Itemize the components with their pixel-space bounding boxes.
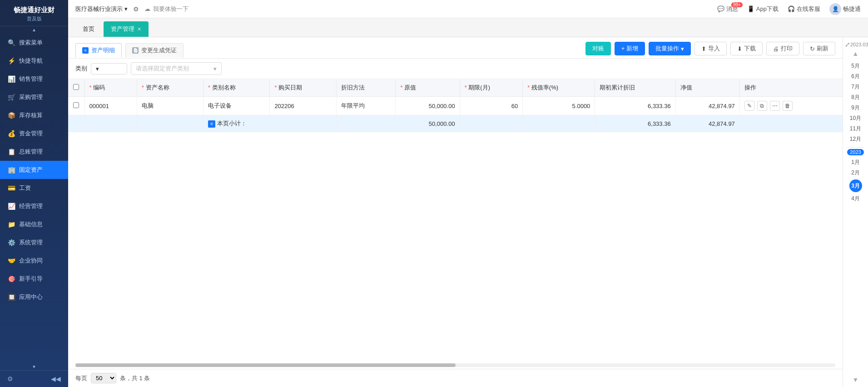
panel-month-item[interactable]: 3月 xyxy=(843,178,868,194)
sidebar-item-系统管理[interactable]: ⚙️ 系统管理 xyxy=(0,233,68,252)
sidebar-item-基础信息[interactable]: 📁 基础信息 xyxy=(0,215,68,233)
panel-month-item[interactable]: 7月 xyxy=(843,82,868,92)
sidebar-icon-14: 🔲 xyxy=(7,293,15,301)
refresh-button[interactable]: ↻ 刷新 xyxy=(803,42,835,55)
sidebar-bottom: ⚙ ◀◀ xyxy=(0,370,68,387)
expand-icon[interactable]: ⤢ xyxy=(845,41,850,48)
row-checkbox-0[interactable] xyxy=(73,102,79,108)
reconcile-button[interactable]: 对账 xyxy=(585,42,611,55)
panel-month-item[interactable]: 1月 xyxy=(843,157,868,168)
copy-btn[interactable]: ⧉ xyxy=(757,101,767,111)
panel-month-item[interactable]: 9月 xyxy=(843,103,868,113)
delete-btn[interactable]: 🗑 xyxy=(783,101,793,111)
company-selector[interactable]: 医疗器械行业演示 ▾ xyxy=(75,5,128,13)
sidebar-item-采购管理[interactable]: 🛒 采购管理 xyxy=(0,88,68,106)
subtab-asset-detail[interactable]: ≡ 资产明细 xyxy=(75,43,122,58)
filter-row: 类别 ▾ 请选择固定资产类别 ▾ xyxy=(68,59,843,79)
batch-button[interactable]: 批量操作 ▾ xyxy=(649,42,691,55)
per-page-select[interactable]: 50 100 200 xyxy=(91,373,116,383)
settings-icon[interactable]: ⚙ xyxy=(7,375,13,382)
panel-month-item[interactable]: 5月 xyxy=(843,61,868,71)
sidebar-item-总账管理[interactable]: 📋 总账管理 xyxy=(0,143,68,161)
sidebar-label-1: 快捷导航 xyxy=(19,57,43,65)
sidebar-label-6: 总账管理 xyxy=(19,148,43,156)
sidebar-label-3: 采购管理 xyxy=(19,93,43,101)
panel-down-icon[interactable]: ▼ xyxy=(853,376,859,383)
user-btn[interactable]: 👤 畅捷通 xyxy=(829,3,861,15)
import-icon: ⬆ xyxy=(701,45,706,52)
sidebar-icon-12: 🤝 xyxy=(7,257,15,265)
experience-text: 我要体验一下 xyxy=(153,5,188,13)
sidebar-item-库存核算[interactable]: 📦 库存核算 xyxy=(0,106,68,124)
message-badge: 99+ xyxy=(731,2,743,7)
th-purchase-date: 购买日期 xyxy=(270,79,336,97)
th-category: 类别名称 xyxy=(203,79,270,97)
sidebar-item-企业协同[interactable]: 🤝 企业协同 xyxy=(0,252,68,270)
tab-home[interactable]: 首页 xyxy=(75,21,102,37)
cell-residual-rate: 5.0000 xyxy=(523,97,595,115)
edit-btn[interactable]: ✎ xyxy=(744,101,754,111)
sidebar-scroll-down[interactable]: ▼ xyxy=(0,363,68,370)
panel-month-item[interactable]: 2月 xyxy=(843,168,868,178)
sidebar-item-应用中心[interactable]: 🔲 应用中心 xyxy=(0,288,68,306)
tab-asset-management[interactable]: 资产管理 ✕ xyxy=(104,21,149,37)
panel-nav-up[interactable]: ▲ xyxy=(853,48,859,59)
sidebar-item-快捷导航[interactable]: ⚡ 快捷导航 xyxy=(0,52,68,70)
sidebar-item-销售管理[interactable]: 📊 销售管理 xyxy=(0,70,68,88)
filter-category-input[interactable]: 请选择固定资产类别 ▾ xyxy=(131,62,222,75)
sidebar-item-工资[interactable]: 💳 工资 xyxy=(0,179,68,197)
panel-months: 5月6月7月8月9月10月11月12月 20231月2月3月4月 xyxy=(843,61,868,376)
company-dropdown-icon: ▾ xyxy=(124,5,128,12)
settings-gear-icon[interactable]: ⚙ xyxy=(133,5,139,13)
print-button[interactable]: 🖨 打印 xyxy=(766,42,799,55)
filter-category-select[interactable]: ▾ xyxy=(91,63,127,74)
service-btn[interactable]: 🎧 在线客服 xyxy=(788,5,820,13)
sidebar-item-经营管理[interactable]: 📈 经营管理 xyxy=(0,197,68,215)
cell-period: 60 xyxy=(460,97,523,115)
app-label: App下载 xyxy=(756,5,779,13)
scrollbar-thumb xyxy=(75,363,456,367)
sidebar-icon-13: 🎯 xyxy=(7,275,15,283)
sidebar-item-固定资产[interactable]: 🏢 固定资产 xyxy=(0,161,68,179)
cell-code: 000001 xyxy=(84,97,137,115)
cell-name: 电脑 xyxy=(137,97,203,115)
sidebar-item-搜索菜单[interactable]: 🔍 搜索菜单 xyxy=(0,34,68,52)
experience-btn[interactable]: ☁ 我要体验一下 xyxy=(144,5,188,13)
th-name: 资产名称 xyxy=(137,79,203,97)
tabbar: 首页 资产管理 ✕ xyxy=(68,18,868,37)
sidebar-scroll-up[interactable]: ▲ xyxy=(0,26,68,34)
sidebar: 畅捷通好业财 普及版 ▲ 🔍 搜索菜单 ⚡ 快捷导航 📊 销售管理 🛒 采购管理… xyxy=(0,0,68,387)
sidebar-item-资金管理[interactable]: 💰 资金管理 xyxy=(0,124,68,143)
panel-month-item[interactable]: 12月 xyxy=(843,134,868,144)
subtab-generate-voucher[interactable]: 📄 变更生成凭证 xyxy=(125,43,184,57)
horizontal-scrollbar[interactable] xyxy=(75,363,835,367)
panel-month-item[interactable]: 11月 xyxy=(843,124,868,134)
subtotal-net-value: 42,874.97 xyxy=(675,115,739,132)
cell-purchase-date: 202206 xyxy=(270,97,336,115)
panel-month-item[interactable]: 8月 xyxy=(843,92,868,103)
messages-btn[interactable]: 💬 消息 99+ xyxy=(717,5,738,13)
sidebar-label-0: 搜索菜单 xyxy=(19,39,43,47)
import-button[interactable]: ⬆ 导入 xyxy=(694,42,727,55)
sidebar-item-新手引导[interactable]: 🎯 新手引导 xyxy=(0,270,68,288)
year-badge[interactable]: 2023 xyxy=(847,149,863,155)
sidebar-icon-0: 🔍 xyxy=(7,39,15,47)
panel-month-item[interactable]: 10月 xyxy=(843,113,868,124)
add-button[interactable]: + 新增 xyxy=(615,42,645,55)
panel-month-item[interactable]: 6月 xyxy=(843,71,868,82)
service-icon: 🎧 xyxy=(788,5,795,12)
more-btn[interactable]: ⋯ xyxy=(770,101,780,111)
download-button[interactable]: ⬇ 下载 xyxy=(730,42,763,55)
app-download-btn[interactable]: 📱 App下载 xyxy=(747,5,779,13)
select-all-checkbox[interactable] xyxy=(73,84,79,90)
message-icon: 💬 xyxy=(717,5,724,12)
topbar: 医疗器械行业演示 ▾ ⚙ ☁ 我要体验一下 💬 消息 99+ 📱 App下载 🎧… xyxy=(68,0,868,18)
cell-depreciation: 年限平均 xyxy=(336,97,396,115)
table-wrapper[interactable]: 编码 资产名称 类别名称 购买日期 折旧方法 原值 期限(月) 残值率(%) 期… xyxy=(68,79,843,362)
sidebar-icon-1: ⚡ xyxy=(7,57,15,65)
th-original-value: 原值 xyxy=(396,79,460,97)
panel-bottom: ▼ xyxy=(853,376,859,387)
tab-close-icon[interactable]: ✕ xyxy=(137,26,141,32)
panel-month-item[interactable]: 4月 xyxy=(843,194,868,204)
collapse-icon[interactable]: ◀◀ xyxy=(51,375,61,382)
